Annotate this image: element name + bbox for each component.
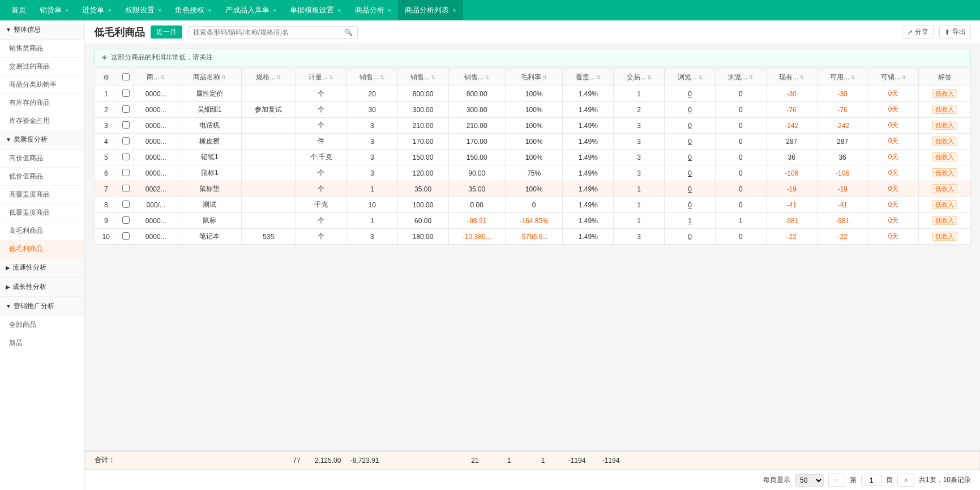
close-icon[interactable]: ×: [65, 7, 69, 14]
th-saleable[interactable]: 可销...⇅: [868, 69, 919, 86]
sidebar-group-growth[interactable]: ▶ 成长性分析: [0, 278, 84, 297]
sidebar-item-sales-products[interactable]: 销售类商品: [0, 40, 84, 58]
row-avail: 0天: [868, 165, 919, 181]
th-tag[interactable]: 标签: [919, 69, 971, 86]
th-current[interactable]: 现有...⇅: [766, 69, 817, 86]
sidebar-item-low-coverage[interactable]: 低覆盖度商品: [0, 204, 84, 222]
footer-cur: -1194: [594, 457, 628, 465]
sidebar-group-circulation[interactable]: ▶ 流通性分析: [0, 258, 84, 278]
sidebar-item-all-products[interactable]: 全部商品: [0, 316, 84, 334]
search-input[interactable]: [193, 28, 344, 36]
row-profit: 75%: [505, 165, 562, 181]
row-qty: 3: [346, 165, 397, 181]
sidebar-group-overall[interactable]: ▼ 整体信息: [0, 20, 84, 40]
nav-product-analysis[interactable]: 商品分析 ×: [348, 0, 398, 20]
row-tag: 低收入: [919, 165, 971, 181]
row-checkbox[interactable]: [118, 86, 134, 102]
sidebar-item-high-value[interactable]: 高价值商品: [0, 150, 84, 168]
row-avail: 0天: [868, 229, 919, 245]
th-spec[interactable]: 规格...⇅: [241, 69, 296, 86]
row-name: 笔记本: [178, 229, 241, 245]
prev-page-btn[interactable]: ＜: [828, 474, 845, 487]
sidebar-item-stock-capital[interactable]: 库存资金占用: [0, 112, 84, 130]
row-name: 吴细细1: [178, 102, 241, 118]
next-page-btn[interactable]: ＞: [897, 474, 914, 487]
table-container[interactable]: ⚙ 商...⇅ 商品名称⇅ 规格...⇅ 计量...⇅ 销售...⇅ 销售...…: [85, 69, 980, 450]
nav-purchase[interactable]: 进货单 ×: [75, 0, 118, 20]
row-checkbox[interactable]: [118, 102, 134, 118]
th-gross-rate[interactable]: 毛利率⇅: [505, 69, 562, 86]
row-current: -30: [817, 86, 868, 102]
row-checkbox[interactable]: [118, 229, 134, 245]
close-icon[interactable]: ×: [452, 7, 456, 14]
close-icon[interactable]: ×: [158, 7, 161, 14]
share-btn[interactable]: ↗ 分享: [902, 25, 934, 39]
th-sale-qty[interactable]: 销售...⇅: [346, 69, 397, 86]
sidebar-item-high-profit[interactable]: 高毛利商品: [0, 222, 84, 240]
table-header-row: ⚙ 商...⇅ 商品名称⇅ 规格...⇅ 计量...⇅ 销售...⇅ 销售...…: [95, 69, 971, 86]
row-gross: 1.49%: [563, 181, 614, 197]
sidebar-item-category-rate[interactable]: 商品分类助销率: [0, 76, 84, 94]
nav-permission[interactable]: 权限设置 ×: [118, 0, 168, 20]
row-checkbox[interactable]: [118, 181, 134, 197]
nav-sales[interactable]: 销货单 ×: [33, 0, 75, 20]
nav-product-analysis-list[interactable]: 商品分析列表 ×: [398, 0, 463, 20]
select-all-checkbox[interactable]: [122, 73, 130, 80]
row-gross: 1.49%: [563, 197, 614, 213]
row-trade: 0: [665, 134, 716, 150]
sidebar-group-marketing[interactable]: ▼ 营销推广分析: [0, 297, 84, 316]
close-icon[interactable]: ×: [208, 7, 211, 14]
th-settings[interactable]: ⚙: [95, 69, 118, 86]
page-number-input[interactable]: [861, 475, 881, 486]
th-coverage[interactable]: 覆盖...⇅: [563, 69, 614, 86]
sidebar-item-low-profit[interactable]: 低毛利商品: [0, 240, 84, 258]
row-trade: 0: [665, 197, 716, 213]
content-header: 低毛利商品 近一月 🔍 ↗ 分享 ⬆ 导出: [85, 20, 980, 44]
row-checkbox[interactable]: [118, 213, 134, 229]
th-trade[interactable]: 交易...⇅: [614, 69, 665, 86]
page-size-select[interactable]: 50 100 200: [795, 474, 824, 487]
row-view2: -19: [766, 181, 817, 197]
header-actions: ↗ 分享 ⬆ 导出: [902, 25, 971, 39]
th-unit[interactable]: 计量...⇅: [296, 69, 346, 86]
row-code: 0000...: [134, 165, 178, 181]
row-checkbox[interactable]: [118, 134, 134, 150]
export-btn[interactable]: ⬆ 导出: [939, 25, 971, 39]
row-checkbox[interactable]: [118, 118, 134, 134]
sidebar-item-new-products[interactable]: 新品: [0, 334, 84, 352]
th-checkbox[interactable]: [118, 69, 134, 86]
th-code[interactable]: 商...⇅: [134, 69, 178, 86]
row-name: 电话机: [178, 118, 241, 134]
row-view2: -981: [766, 213, 817, 229]
row-no: 4: [95, 134, 118, 150]
search-icon[interactable]: 🔍: [344, 28, 353, 36]
close-icon[interactable]: ×: [273, 7, 276, 14]
th-available[interactable]: 可用...⇅: [817, 69, 868, 86]
nav-product-in[interactable]: 产成品入库单 ×: [219, 0, 283, 20]
close-icon[interactable]: ×: [388, 7, 391, 14]
sidebar-item-low-value[interactable]: 低价值商品: [0, 168, 84, 186]
row-view2: -242: [766, 118, 817, 134]
th-sale-profit[interactable]: 销售...⇅: [448, 69, 505, 86]
nav-role[interactable]: 角色授权 ×: [168, 0, 218, 20]
sidebar-item-in-stock[interactable]: 有库存的商品: [0, 94, 84, 112]
close-icon[interactable]: ×: [108, 7, 111, 14]
sidebar-item-traded-products[interactable]: 交易过的商品: [0, 58, 84, 76]
date-filter-btn[interactable]: 近一月: [151, 25, 182, 39]
th-sale-price[interactable]: 销售...⇅: [397, 69, 448, 86]
settings-icon[interactable]: ⚙: [103, 74, 109, 82]
nav-template[interactable]: 单据模板设置 ×: [283, 0, 348, 20]
nav-home[interactable]: 首页: [5, 0, 33, 20]
row-qty: 1: [346, 213, 397, 229]
th-view1[interactable]: 浏览...⇅: [665, 69, 716, 86]
th-name[interactable]: 商品名称⇅: [178, 69, 241, 86]
row-checkbox[interactable]: [118, 165, 134, 181]
th-view2[interactable]: 浏览...⇅: [715, 69, 766, 86]
row-checkbox[interactable]: [118, 197, 134, 213]
close-icon[interactable]: ×: [337, 7, 341, 14]
row-checkbox[interactable]: [118, 150, 134, 165]
sidebar-group-cluster[interactable]: ▼ 类聚度分析: [0, 130, 84, 150]
sidebar-item-high-coverage[interactable]: 高覆盖度商品: [0, 186, 84, 204]
row-profit: 100%: [505, 102, 562, 118]
row-profit: 100%: [505, 118, 562, 134]
